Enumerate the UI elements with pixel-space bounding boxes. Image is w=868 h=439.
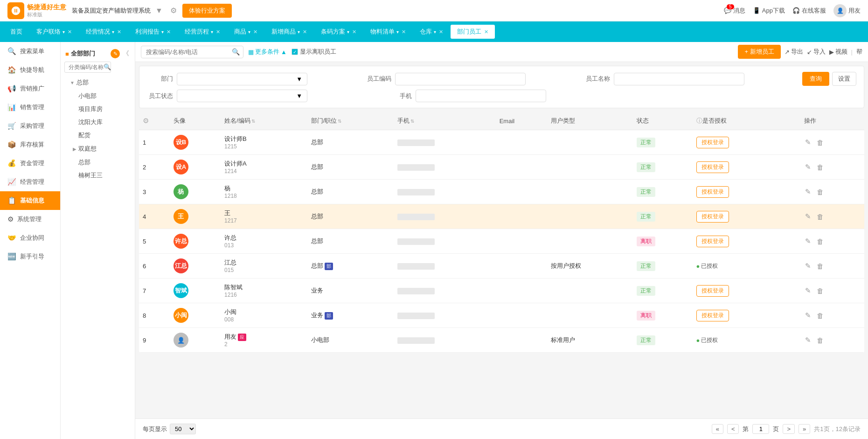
sidebar-item-inventory[interactable]: 📦 库存核算: [0, 135, 60, 154]
delete-button[interactable]: 🗑: [816, 310, 825, 321]
edit-button[interactable]: ✎: [804, 261, 812, 271]
search-icon-btn[interactable]: 🔍: [232, 48, 240, 56]
col-settings[interactable]: ⚙: [139, 112, 170, 130]
dept-edit-btn[interactable]: ✎: [111, 49, 120, 58]
sidebar-item-basic-info[interactable]: 📋 基础信息: [0, 191, 60, 210]
dept-child-general[interactable]: 总部: [65, 156, 135, 169]
query-button[interactable]: 查询: [802, 72, 829, 86]
dept-child-peihuo[interactable]: 配货: [65, 129, 135, 142]
export-button[interactable]: ↗ 导出: [785, 48, 803, 56]
dept-sort[interactable]: 部门/职位 ⇅: [311, 117, 390, 125]
nav-tab-新增商品[interactable]: 新增商品 ▾ ✕: [265, 25, 313, 39]
next-page-btn[interactable]: >: [783, 424, 795, 434]
sidebar-item-sys-mgmt[interactable]: ⚙ 系统管理: [0, 210, 60, 229]
dept-child-nanshu-wangsan[interactable]: 楠树王三: [65, 169, 135, 182]
nav-tab-部门员工[interactable]: 部门员工 ✕: [451, 25, 495, 39]
more-filter-btn[interactable]: ▦ 更多条件 ▲: [248, 48, 287, 56]
last-page-btn[interactable]: »: [799, 424, 810, 434]
delete-button[interactable]: 🗑: [816, 211, 825, 222]
dropdown-arrow[interactable]: ▼: [153, 5, 165, 17]
sidebar-item-sales[interactable]: 📊 销售管理: [0, 98, 60, 117]
dept-node-zongbu[interactable]: ▼ 总部: [65, 76, 135, 90]
delete-button[interactable]: 🗑: [816, 286, 825, 296]
tab-close-icon[interactable]: ✕: [253, 29, 257, 35]
sidebar-item-marketing[interactable]: 📢 营销推广: [0, 79, 60, 98]
delete-button[interactable]: 🗑: [816, 187, 825, 197]
nav-tab-经营情况[interactable]: 经营情况 ▾ ✕: [79, 25, 128, 39]
sidebar-item-search-menu[interactable]: 🔍 搜索菜单: [0, 42, 60, 61]
edit-button[interactable]: ✎: [804, 286, 812, 296]
tab-close-icon[interactable]: ✕: [117, 29, 121, 35]
tab-close-icon[interactable]: ✕: [216, 29, 220, 35]
delete-button[interactable]: 🗑: [816, 261, 825, 271]
edit-button[interactable]: ✎: [804, 162, 812, 172]
nav-tab-首页[interactable]: 首页: [4, 25, 29, 39]
delete-button[interactable]: 🗑: [816, 137, 825, 147]
auth-login-button[interactable]: 授权登录: [696, 310, 729, 321]
nav-tab-条码方案[interactable]: 条码方案 ▾ ✕: [314, 25, 363, 39]
edit-button[interactable]: ✎: [804, 137, 812, 147]
auth-login-button[interactable]: 授权登录: [696, 285, 729, 297]
emp-name-input[interactable]: [614, 73, 744, 85]
sidebar-item-corp-collab[interactable]: 🤝 企业协同: [0, 229, 60, 247]
edit-button[interactable]: ✎: [804, 310, 812, 321]
emp-status-select[interactable]: ▼: [177, 90, 307, 102]
sidebar-item-new-guide[interactable]: 🆕 新手引导: [0, 247, 60, 266]
show-leave-checkbox[interactable]: ✓: [292, 49, 298, 55]
prev-page-btn[interactable]: <: [727, 424, 739, 434]
nav-tab-商品[interactable]: 商品 ▾ ✕: [228, 25, 264, 39]
help-button[interactable]: 帮: [856, 48, 862, 56]
edit-button[interactable]: ✎: [804, 187, 812, 197]
nav-tab-客户联络[interactable]: 客户联络 ▾ ✕: [30, 25, 78, 39]
auth-login-button[interactable]: 授权登录: [696, 236, 729, 247]
delete-button[interactable]: 🗑: [816, 236, 825, 246]
emp-code-input[interactable]: [395, 73, 526, 85]
tab-close-icon[interactable]: ✕: [352, 29, 356, 35]
dept-child-project-warehouse[interactable]: 项目库房: [65, 103, 135, 116]
sidebar-item-biz[interactable]: 📈 经营管理: [0, 173, 60, 191]
tab-close-icon[interactable]: ✕: [439, 29, 443, 35]
tab-close-icon[interactable]: ✕: [167, 29, 171, 35]
add-employee-button[interactable]: + 新增员工: [738, 45, 780, 59]
message-item[interactable]: 💬 5 消息: [724, 7, 745, 15]
set-button[interactable]: 设置: [832, 72, 856, 86]
search-input[interactable]: [141, 46, 243, 58]
show-leave-toggle[interactable]: ✓ 显示离职员工: [292, 48, 336, 56]
dept-child-xiao-dian[interactable]: 小电部: [65, 90, 135, 103]
online-service-item[interactable]: 🎧 在线客服: [792, 7, 826, 15]
settings-gear-btn[interactable]: ⚙: [168, 4, 179, 17]
first-page-btn[interactable]: «: [712, 424, 723, 434]
tab-close-icon[interactable]: ✕: [484, 29, 488, 35]
sidebar-item-fund[interactable]: 💰 资金管理: [0, 154, 60, 173]
phone-input[interactable]: [416, 90, 546, 102]
page-size-select[interactable]: 50 100 200: [170, 424, 196, 434]
delete-button[interactable]: 🗑: [816, 335, 825, 345]
nav-tab-经营历程[interactable]: 经营历程 ▾ ✕: [178, 25, 227, 39]
delete-button[interactable]: 🗑: [816, 162, 825, 172]
name-sort[interactable]: 姓名/编码 ⇅: [224, 117, 304, 125]
phone-sort[interactable]: 手机 ⇅: [397, 117, 492, 125]
sidebar-item-quick-nav[interactable]: 🏠 快捷导航: [0, 61, 60, 79]
page-number-input[interactable]: [752, 424, 769, 434]
tab-close-icon[interactable]: ✕: [68, 29, 72, 35]
nav-tab-物料清单[interactable]: 物料清单 ▾ ✕: [364, 25, 412, 39]
edit-button[interactable]: ✎: [804, 236, 812, 246]
nav-tab-利润报告[interactable]: 利润报告 ▾ ✕: [129, 25, 177, 39]
auth-login-button[interactable]: 授权登录: [696, 211, 729, 223]
auth-login-button[interactable]: 授权登录: [696, 186, 729, 198]
dept-child-shenyang[interactable]: 沈阳大库: [65, 116, 135, 129]
gear-settings-icon[interactable]: ⚙: [143, 117, 149, 125]
dept-collapse-btn[interactable]: 《: [122, 49, 130, 59]
auth-login-button[interactable]: 授权登录: [696, 137, 729, 148]
app-download-item[interactable]: 📱 App下载: [753, 7, 785, 15]
info-icon[interactable]: ⓘ: [696, 117, 702, 124]
import-button[interactable]: ↙ 导入: [807, 48, 826, 56]
trial-button[interactable]: 体验行业方案: [182, 4, 232, 18]
auth-login-button[interactable]: 授权登录: [696, 161, 729, 173]
dept-node-shuangtingxiang[interactable]: ▶ 双庭想: [65, 142, 135, 156]
user-item[interactable]: 👤 用友: [833, 4, 861, 17]
edit-button[interactable]: ✎: [804, 211, 812, 222]
sidebar-item-purchase[interactable]: 🛒 采购管理: [0, 117, 60, 135]
view-button[interactable]: ▶ 视频: [829, 48, 847, 56]
tab-close-icon[interactable]: ✕: [402, 29, 406, 35]
